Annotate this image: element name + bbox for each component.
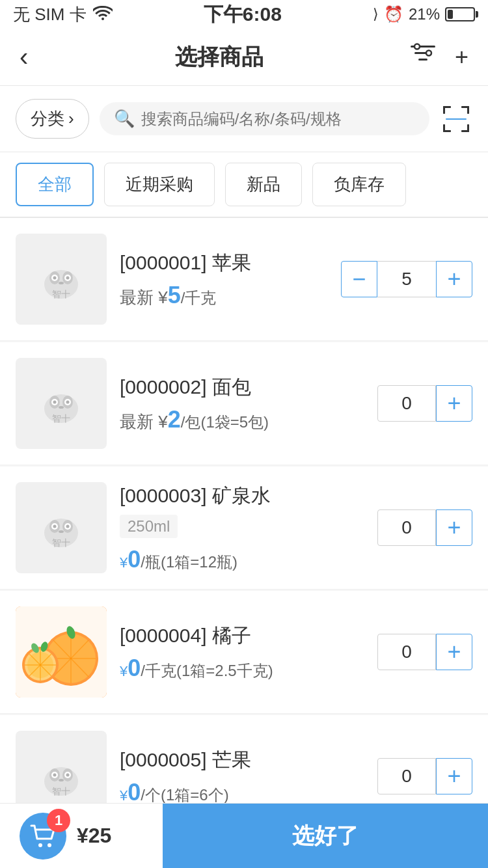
product-list: 智十 [0000001] 苹果 最新 ¥5/千克 − + 智十 [0 <box>0 218 488 868</box>
qty-control: − + <box>341 261 472 297</box>
cart-button[interactable]: 1 <box>20 813 66 860</box>
add-icon[interactable]: + <box>455 44 468 71</box>
svg-text:智十: 智十 <box>52 289 70 299</box>
svg-point-38 <box>66 525 70 528</box>
nav-icons: + <box>411 43 468 71</box>
status-bar: 无 SIM 卡 下午6:08 ⟩ ⏰ 21% <box>0 0 488 29</box>
scan-icon[interactable] <box>440 103 472 135</box>
qty-display: 0 <box>377 634 436 670</box>
tab-new[interactable]: 新品 <box>225 163 302 206</box>
product-price: 最新 ¥2/包(1袋=5包) <box>120 406 364 433</box>
battery-percent: 21% <box>409 5 440 23</box>
filter-bar: 分类 › 🔍 <box>0 86 488 152</box>
svg-rect-6 <box>443 106 445 114</box>
svg-point-77 <box>47 843 51 847</box>
qty-input[interactable] <box>377 261 436 297</box>
alarm-icon: ⏰ <box>384 5 403 23</box>
qty-display: 0 <box>377 385 436 422</box>
product-price: ¥0/个(1箱=6个) <box>120 779 364 806</box>
svg-point-21 <box>59 282 64 284</box>
qty-display: 0 <box>377 509 436 546</box>
cart-total: ¥25 <box>77 824 111 848</box>
svg-point-28 <box>53 401 57 404</box>
back-button[interactable]: ‹ <box>20 42 28 72</box>
product-name: [0000002] 面包 <box>120 374 364 401</box>
status-right: ⟩ ⏰ 21% <box>373 5 475 23</box>
category-label: 分类 <box>31 107 64 130</box>
status-time: 下午6:08 <box>204 1 282 28</box>
svg-rect-8 <box>467 106 469 114</box>
tab-recent-label: 近期采购 <box>126 174 193 194</box>
product-image: 智十 <box>16 358 107 449</box>
list-item: 智十 [0000003] 矿泉水 250ml ¥0/瓶(1箱=12瓶) 0 + <box>0 467 488 590</box>
product-spec: 250ml <box>120 515 178 538</box>
svg-text:智十: 智十 <box>52 537 70 548</box>
tab-all-label: 全部 <box>38 174 72 194</box>
tab-recent[interactable]: 近期采购 <box>104 163 215 206</box>
search-input[interactable] <box>141 110 415 128</box>
svg-point-65 <box>59 779 64 781</box>
tab-negative-label: 负库存 <box>334 174 385 194</box>
category-button[interactable]: 分类 › <box>16 99 89 139</box>
product-info: [0000001] 苹果 最新 ¥5/千克 <box>120 250 328 309</box>
svg-point-76 <box>38 843 42 847</box>
product-info: [0000003] 矿泉水 250ml ¥0/瓶(1箱=12瓶) <box>120 483 364 573</box>
product-name: [0000004] 橘子 <box>120 623 364 649</box>
product-price: ¥0/千克(1箱=2.5千克) <box>120 655 364 682</box>
qty-plus-button[interactable]: + <box>436 758 472 794</box>
product-image: 智十 <box>16 482 107 573</box>
svg-point-39 <box>59 530 64 533</box>
nav-bar: ‹ 选择商品 + <box>0 29 488 86</box>
filter-icon[interactable] <box>411 43 435 71</box>
battery-icon <box>445 7 475 21</box>
qty-plus-button[interactable]: + <box>436 385 472 422</box>
status-left: 无 SIM 卡 <box>13 3 113 26</box>
confirm-button[interactable]: 选好了 <box>163 804 488 868</box>
svg-point-4 <box>426 51 431 56</box>
list-item: 智十 [0000001] 苹果 最新 ¥5/千克 − + <box>0 218 488 341</box>
svg-point-19 <box>53 277 57 280</box>
svg-rect-2 <box>418 59 427 61</box>
qty-control: 0 + <box>377 385 472 422</box>
svg-text:智十: 智十 <box>52 413 70 424</box>
list-item: 智十 [0000002] 面包 最新 ¥2/包(1袋=5包) 0 + <box>0 342 488 465</box>
product-name: [0000003] 矿泉水 <box>120 483 364 509</box>
product-image <box>16 606 107 698</box>
product-price: ¥0/瓶(1箱=12瓶) <box>120 546 364 573</box>
product-image: 智十 <box>16 234 107 325</box>
category-arrow-icon: › <box>68 109 74 129</box>
product-price: 最新 ¥5/千克 <box>120 282 328 309</box>
tab-negative[interactable]: 负库存 <box>312 163 406 206</box>
location-icon: ⟩ <box>373 6 379 23</box>
svg-point-20 <box>66 277 70 280</box>
svg-rect-12 <box>467 124 469 132</box>
qty-minus-button[interactable]: − <box>341 261 377 297</box>
tab-filter: 全部 近期采购 新品 负库存 <box>0 152 488 218</box>
svg-point-64 <box>66 774 70 777</box>
product-info: [0000005] 芒果 ¥0/个(1箱=6个) <box>120 747 364 806</box>
search-icon: 🔍 <box>114 109 135 129</box>
tab-new-label: 新品 <box>247 174 280 194</box>
qty-display: 0 <box>377 758 436 794</box>
bottom-bar: 1 ¥25 选好了 <box>0 803 488 868</box>
svg-point-3 <box>414 44 420 49</box>
svg-point-37 <box>53 525 57 528</box>
list-item: [0000004] 橘子 ¥0/千克(1箱=2.5千克) 0 + <box>0 591 488 714</box>
carrier-text: 无 SIM 卡 <box>13 3 87 26</box>
cart-area: 1 ¥25 <box>0 813 163 860</box>
wifi-icon <box>93 5 113 25</box>
qty-plus-button[interactable]: + <box>436 634 472 670</box>
svg-text:智十: 智十 <box>52 786 70 796</box>
product-name: [0000001] 苹果 <box>120 250 328 277</box>
page-title: 选择商品 <box>175 42 264 72</box>
product-info: [0000004] 橘子 ¥0/千克(1箱=2.5千克) <box>120 623 364 682</box>
cart-badge: 1 <box>47 809 70 832</box>
qty-plus-button[interactable]: + <box>436 509 472 546</box>
svg-rect-10 <box>443 124 445 132</box>
svg-point-63 <box>53 774 57 777</box>
search-wrapper: 🔍 <box>100 102 429 135</box>
tab-all[interactable]: 全部 <box>16 163 94 206</box>
qty-plus-button[interactable]: + <box>436 261 472 297</box>
qty-control: 0 + <box>377 634 472 670</box>
qty-control: 0 + <box>377 758 472 794</box>
